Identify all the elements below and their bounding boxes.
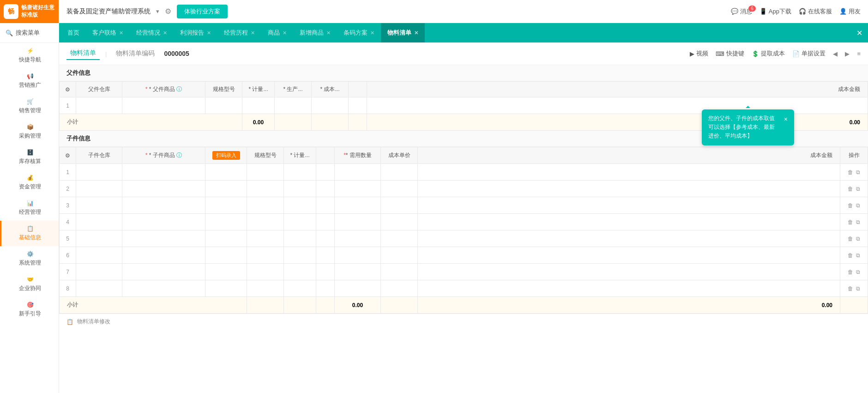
copy-icon-2[interactable]: ⧉: [856, 186, 860, 192]
child-cell-unit-price-6[interactable]: [381, 247, 418, 264]
copy-icon-3[interactable]: ⧉: [856, 202, 860, 209]
delete-icon-2[interactable]: 🗑: [848, 186, 853, 192]
child-cell-unit-price-2[interactable]: [381, 181, 418, 197]
sidebar-item-quicknav[interactable]: ⚡ 快捷导航: [0, 43, 59, 68]
nav-prev[interactable]: ◀: [833, 50, 838, 57]
child-cell-spec-8[interactable]: [247, 280, 284, 297]
child-col-settings[interactable]: ⚙: [60, 147, 76, 164]
child-cell-product-2[interactable]: [122, 181, 205, 197]
copy-icon-6[interactable]: ⧉: [856, 252, 860, 259]
parent-cell-cost-1[interactable]: [312, 97, 349, 114]
view-action[interactable]: ▶ 视频: [690, 49, 708, 58]
child-cell-qty-5[interactable]: [335, 230, 381, 247]
user-action[interactable]: 👤 用友: [839, 7, 861, 16]
tab-profit-close[interactable]: ✕: [207, 30, 211, 36]
child-cell-unit-4[interactable]: [284, 214, 316, 230]
message-action[interactable]: 💬 消息 6: [731, 7, 752, 16]
child-cell-warehouse-8[interactable]: [76, 280, 122, 297]
child-cell-spec-3[interactable]: [247, 197, 284, 214]
child-cell-unit-price-4[interactable]: [381, 214, 418, 230]
sidebar-item-inventory[interactable]: 🗄️ 库存核算: [0, 145, 59, 170]
tab-history[interactable]: 经营历程 ✕: [217, 23, 261, 42]
child-cell-qty-2[interactable]: [335, 181, 381, 197]
tab-product[interactable]: 商品 ✕: [261, 23, 293, 42]
child-cell-unit-price-7[interactable]: [381, 264, 418, 280]
expand-icon[interactable]: ≡: [857, 50, 861, 57]
child-cell-qty-8[interactable]: [335, 280, 381, 297]
tab-new-product-close[interactable]: ✕: [326, 30, 331, 36]
service-action[interactable]: 🎧 在线客服: [799, 7, 832, 16]
parent-cell-unit-1[interactable]: [242, 97, 275, 114]
child-cell-unit-6[interactable]: [284, 247, 316, 264]
child-cell-spec-4[interactable]: [247, 214, 284, 230]
child-cell-qty-3[interactable]: [335, 197, 381, 214]
sidebar-item-marketing[interactable]: 📢 营销推广: [0, 68, 59, 94]
child-cell-unit-5[interactable]: [284, 230, 316, 247]
parent-cell-production-1[interactable]: [275, 97, 312, 114]
sidebar-item-basic[interactable]: 📋 基础信息: [0, 221, 59, 246]
tab-barcode-close[interactable]: ✕: [370, 30, 374, 36]
child-cell-qty-7[interactable]: [335, 264, 381, 280]
child-cell-unit-2[interactable]: [284, 181, 316, 197]
page-tab-bom-list[interactable]: 物料清单: [66, 47, 100, 60]
copy-icon-4[interactable]: ⧉: [856, 219, 860, 225]
delete-icon-3[interactable]: 🗑: [848, 202, 853, 209]
tab-customer-close[interactable]: ✕: [119, 30, 123, 36]
parent-cell-warehouse-1[interactable]: [76, 97, 122, 114]
child-cell-qty-1[interactable]: [335, 164, 381, 181]
extract-cost-action[interactable]: 💲 提取成本: [752, 49, 785, 58]
scan-input-button[interactable]: 扫码录入: [212, 151, 240, 160]
delete-icon-6[interactable]: 🗑: [848, 252, 853, 259]
nav-next[interactable]: ▶: [845, 50, 850, 57]
tab-new-product[interactable]: 新增商品 ✕: [293, 23, 337, 42]
delete-icon-1[interactable]: 🗑: [848, 169, 853, 175]
copy-icon-8[interactable]: ⧉: [856, 285, 860, 292]
child-cell-product-7[interactable]: [122, 264, 205, 280]
trial-button[interactable]: 体验行业方案: [177, 5, 228, 18]
child-cell-warehouse-2[interactable]: [76, 181, 122, 197]
delete-icon-5[interactable]: 🗑: [848, 236, 853, 242]
sidebar-item-finance[interactable]: 💰 资金管理: [0, 170, 59, 195]
child-cell-warehouse-6[interactable]: [76, 247, 122, 264]
sidebar-item-sales[interactable]: 🛒 销售管理: [0, 94, 59, 119]
delete-icon-8[interactable]: 🗑: [848, 285, 853, 292]
close-all-tabs[interactable]: ✕: [853, 29, 866, 37]
sidebar-item-guide[interactable]: 🎯 新手引导: [0, 297, 59, 322]
copy-icon-5[interactable]: ⧉: [856, 236, 860, 242]
tab-bom-close[interactable]: ✕: [414, 30, 418, 36]
tab-home[interactable]: 首页: [61, 23, 86, 42]
child-cell-unit-8[interactable]: [284, 280, 316, 297]
sidebar-item-purchase[interactable]: 📦 采购管理: [0, 119, 59, 145]
copy-icon-1[interactable]: ⧉: [856, 169, 860, 175]
child-cell-spec-7[interactable]: [247, 264, 284, 280]
child-cell-unit-price-1[interactable]: [381, 164, 418, 181]
delete-icon-4[interactable]: 🗑: [848, 219, 853, 225]
child-cell-unit-1[interactable]: [284, 164, 316, 181]
child-cell-unit-price-8[interactable]: [381, 280, 418, 297]
parent-cell-product-1[interactable]: [122, 97, 205, 114]
child-cell-product-3[interactable]: [122, 197, 205, 214]
child-cell-qty-4[interactable]: [335, 214, 381, 230]
child-cell-product-8[interactable]: [122, 280, 205, 297]
child-cell-product-5[interactable]: [122, 230, 205, 247]
child-cell-spec-5[interactable]: [247, 230, 284, 247]
search-area[interactable]: 🔍 搜索菜单: [0, 23, 59, 43]
tab-barcode[interactable]: 条码方案 ✕: [337, 23, 381, 42]
child-cell-product-1[interactable]: [122, 164, 205, 181]
child-cell-spec-6[interactable]: [247, 247, 284, 264]
child-cell-spec-2[interactable]: [247, 181, 284, 197]
child-cell-unit-3[interactable]: [284, 197, 316, 214]
child-cell-warehouse-4[interactable]: [76, 214, 122, 230]
dropdown-icon[interactable]: ▾: [156, 8, 159, 15]
tab-profit[interactable]: 利润报告 ✕: [174, 23, 217, 42]
child-cell-warehouse-7[interactable]: [76, 264, 122, 280]
search-menu-button[interactable]: 🔍 搜索菜单: [4, 27, 55, 39]
tab-business-close[interactable]: ✕: [163, 30, 167, 36]
sidebar-item-enterprise[interactable]: 🤝 企业协同: [0, 272, 59, 297]
tab-business[interactable]: 经营情况 ✕: [130, 23, 174, 42]
child-cell-unit-price-3[interactable]: [381, 197, 418, 214]
child-cell-qty-6[interactable]: [335, 247, 381, 264]
settings-icon[interactable]: ⚙: [165, 7, 171, 16]
app-download-action[interactable]: 📱 App下载: [760, 7, 791, 16]
sidebar-item-system[interactable]: ⚙️ 系统管理: [0, 246, 59, 272]
